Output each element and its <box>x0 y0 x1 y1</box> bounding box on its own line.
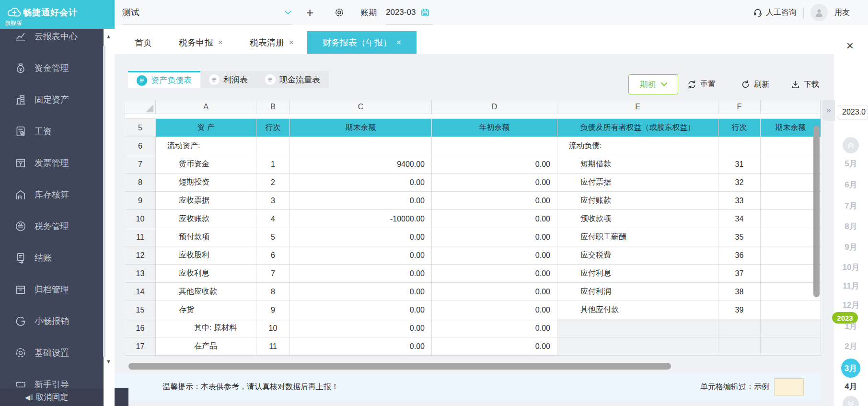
close-icon[interactable]: × <box>396 38 401 46</box>
invoice-icon <box>14 157 27 169</box>
month-item[interactable]: 5月 <box>834 158 868 169</box>
support-label: 人工咨询 <box>766 8 797 18</box>
topbar-right-cluster: 人工咨询 用友 <box>753 0 850 25</box>
month-item[interactable]: 10月 <box>834 262 868 273</box>
panel-period-box[interactable]: 2023.0 <box>838 105 868 119</box>
unpin-icon: ◀‖ <box>25 394 33 401</box>
chevron-down-icon <box>661 82 667 86</box>
sidebar-scrollbar[interactable] <box>103 46 105 357</box>
sidebar-item-tax[interactable]: 税务管理 <box>0 210 104 242</box>
scroll-down-arrow-icon[interactable]: ▼ <box>106 359 111 364</box>
report-subtabs: 资产负债表 利润表 现金流量表 <box>128 71 329 88</box>
sidebar-item-settings[interactable]: 基础设置 <box>0 337 104 369</box>
sidebar-item-label: 工资 <box>35 126 52 137</box>
close-icon[interactable]: × <box>218 38 223 46</box>
column-header-f[interactable]: F <box>718 100 761 114</box>
app-window: 测试 + 账期 2023-03 人工咨询 <box>0 0 868 406</box>
table-row: 12 应收股利 6 0.00 0.00 应交税费 36 <box>125 246 821 265</box>
settings-icon[interactable] <box>334 0 345 25</box>
sidebar-item-fixed-assets[interactable]: 固定资产 <box>0 84 104 116</box>
download-icon <box>791 80 800 89</box>
line-chart-icon <box>14 30 27 43</box>
sidebar-item-archive[interactable]: 归档管理 <box>0 274 104 305</box>
building-icon <box>14 93 27 106</box>
month-item[interactable]: 4月 <box>834 381 868 392</box>
headset-icon <box>753 8 763 17</box>
sidebar-item-invoices[interactable]: 发票管理 <box>0 147 104 179</box>
sidebar-item-label: 结账 <box>35 252 52 264</box>
subtab-label: 现金流量表 <box>279 74 320 85</box>
scroll-up-icon[interactable] <box>843 137 859 153</box>
payroll-icon <box>14 125 27 138</box>
period-picker[interactable]: 2023-03 <box>386 0 433 25</box>
sidebar-item-label: 基础设置 <box>35 347 69 359</box>
sidebar-item-closing[interactable]: 结账 <box>0 242 104 274</box>
column-header-g[interactable] <box>761 100 820 114</box>
month-item[interactable]: 1月 <box>834 321 868 332</box>
gear-icon <box>14 347 27 359</box>
tab-tax-list[interactable]: 税表清册 × <box>236 31 307 54</box>
month-item[interactable]: 9月 <box>834 242 868 253</box>
brand-edition: 旗舰版 <box>5 19 22 27</box>
sidebar-item-payroll[interactable]: 工资 <box>0 116 104 147</box>
sidebar-nav: 云报表中心 资金管理 固定资产 工资 发票管理 库存核算 <box>0 21 104 400</box>
add-account-button[interactable]: + <box>306 0 313 25</box>
cloud-logo-icon <box>7 6 22 19</box>
column-header-a[interactable]: A <box>156 100 256 114</box>
month-item[interactable]: 2月 <box>834 341 868 352</box>
tax-icon <box>14 220 27 232</box>
download-button[interactable]: 下载 <box>791 80 819 90</box>
sidebar-scroll-strip: ▲ ▼ <box>104 29 115 406</box>
horizontal-scrollbar[interactable] <box>128 363 671 370</box>
settle-book-icon <box>14 252 27 264</box>
month-item[interactable]: 11月 <box>834 280 868 291</box>
grid-corner-cell[interactable] <box>125 100 156 114</box>
sidebar-item-label: 库存核算 <box>35 189 69 200</box>
sidebar-item-inventory[interactable]: 库存核算 <box>0 179 104 210</box>
column-header-d[interactable]: D <box>432 100 557 114</box>
chevron-down-icon <box>284 10 292 15</box>
close-icon[interactable]: × <box>289 38 294 46</box>
column-header-b[interactable]: B <box>256 100 290 114</box>
month-item[interactable]: 12月 <box>834 300 868 311</box>
sidebar: 云报表中心 资金管理 固定资产 工资 发票管理 库存核算 <box>0 29 104 406</box>
archive-icon <box>14 283 27 296</box>
username[interactable]: 用友 <box>834 8 850 18</box>
panel-collapse-icon[interactable]: » <box>822 100 835 121</box>
company-selector[interactable]: 测试 <box>122 0 292 25</box>
balance-sheet-grid: A B C D E F 5 资 产 行次 期末余额 年初余额 负债及所有者权益（… <box>125 100 821 356</box>
column-header-e[interactable]: E <box>557 100 718 114</box>
month-item-active[interactable]: 3月 <box>841 359 860 378</box>
month-item[interactable]: 8月 <box>834 221 868 232</box>
close-page-icon[interactable]: × <box>846 39 854 52</box>
refresh-button[interactable]: 刷新 <box>741 80 769 90</box>
month-item[interactable]: 7月 <box>834 200 868 211</box>
table-row: 17 在产品 11 0.00 0.00 <box>125 337 821 356</box>
table-row: 16 其中: 原材料 10 0.00 0.00 <box>125 319 821 337</box>
subtab-income-statement[interactable]: 利润表 <box>200 71 256 88</box>
month-item[interactable]: 6月 <box>834 179 868 190</box>
sidebar-item-label: 税务管理 <box>35 220 69 232</box>
brand-title: 畅捷通好会计 <box>23 7 78 18</box>
report-doc-icon <box>137 75 147 86</box>
company-name: 测试 <box>122 7 139 18</box>
reset-button[interactable]: 重置 <box>687 80 716 90</box>
column-header-c[interactable]: C <box>290 100 432 114</box>
vertical-scrollbar[interactable] <box>813 126 820 297</box>
sidebar-item-reimburse[interactable]: 小畅报销 <box>0 305 104 337</box>
scroll-up-arrow-icon[interactable]: ▲ <box>106 34 111 39</box>
subtab-balance-sheet[interactable]: 资产负债表 <box>128 71 200 88</box>
subtab-label: 利润表 <box>223 74 248 85</box>
tab-financial-report[interactable]: 财务报表（年报） × <box>307 31 417 54</box>
sidebar-item-funds[interactable]: 资金管理 <box>0 52 104 84</box>
support-button[interactable]: 人工咨询 <box>753 8 797 18</box>
subtab-cash-flow[interactable]: 现金流量表 <box>256 71 329 88</box>
sidebar-item-label: 资金管理 <box>35 62 69 74</box>
tab-home[interactable]: 首页 <box>121 31 165 54</box>
download-label: 下载 <box>804 80 819 90</box>
subtab-label: 资产负债表 <box>151 75 192 86</box>
tab-label: 税表清册 <box>250 37 284 48</box>
avatar[interactable] <box>810 4 828 21</box>
period-filter-button[interactable]: 期初 <box>628 74 678 94</box>
tab-tax-filing[interactable]: 税务申报 × <box>165 31 236 54</box>
